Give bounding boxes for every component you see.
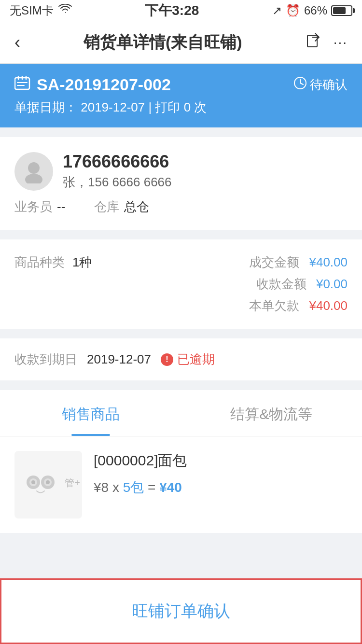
overdue-text: 已逾期 bbox=[177, 351, 215, 368]
order-header: SA-20191207-002 待确认 单据日期： 2019-12-07 | 打… bbox=[0, 64, 362, 127]
debt-item: 本单欠款 ¥40.00 bbox=[249, 297, 348, 314]
due-date-value: 2019-12-07 bbox=[87, 352, 151, 367]
more-icon[interactable]: ··· bbox=[334, 35, 348, 50]
warehouse-label: 仓库 bbox=[94, 198, 119, 215]
collection-value: ¥0.00 bbox=[316, 277, 348, 292]
customer-phone: 17666666666 bbox=[63, 152, 172, 172]
deal-amount-item: 成交金额 ¥40.00 bbox=[249, 254, 348, 271]
equals: = bbox=[148, 480, 155, 495]
page-title: 销货单详情(来自旺铺) bbox=[84, 31, 242, 54]
due-date-card: 收款到期日 2019-12-07 ! 已逾期 bbox=[0, 338, 362, 380]
confirm-button-container: 旺铺订单确认 bbox=[0, 578, 362, 644]
battery-icon bbox=[331, 5, 352, 16]
svg-point-8 bbox=[28, 162, 40, 174]
print-count: 0 bbox=[184, 100, 191, 114]
order-icon bbox=[14, 75, 32, 94]
tab-settlement[interactable]: 结算&物流等 bbox=[181, 390, 362, 436]
customer-row: 17666666666 张，156 6666 6666 bbox=[14, 152, 348, 191]
svg-point-9 bbox=[25, 174, 42, 183]
alarm-icon: ⏰ bbox=[286, 4, 300, 17]
status-clock-icon bbox=[293, 76, 307, 93]
deal-amount-value: ¥40.00 bbox=[309, 255, 348, 270]
carrier-label: 无SIM卡 bbox=[10, 3, 54, 18]
product-type-label: 商品种类 bbox=[14, 254, 65, 271]
nav-right-actions: ··· bbox=[306, 32, 348, 53]
svg-point-14 bbox=[31, 480, 35, 484]
tab-sales-product[interactable]: 销售商品 bbox=[0, 390, 181, 436]
order-date-row: 单据日期： 2019-12-07 | 打印 0 次 bbox=[14, 99, 348, 116]
due-date-label: 收款到期日 bbox=[14, 351, 77, 368]
avatar bbox=[14, 152, 53, 191]
status-text: 待确认 bbox=[310, 76, 348, 93]
wifi-icon bbox=[58, 4, 72, 17]
svg-line-7 bbox=[300, 83, 303, 84]
salesperson-item: 业务员 -- bbox=[14, 198, 65, 215]
summary-card: 商品种类 1种 成交金额 ¥40.00 收款金额 ¥0.00 本单欠款 ¥40.… bbox=[0, 239, 362, 329]
warehouse-item: 仓库 总仓 bbox=[94, 198, 149, 215]
collection-item: 收款金额 ¥0.00 bbox=[256, 276, 348, 293]
print-label: | 打印 bbox=[148, 100, 183, 114]
overdue-badge: ! 已逾期 bbox=[161, 351, 215, 368]
order-number-text: SA-20191207-002 bbox=[37, 75, 171, 94]
salesperson-label: 业务员 bbox=[14, 198, 52, 215]
customer-name: 张，156 6666 6666 bbox=[63, 174, 172, 191]
product-info: [0000002]面包 ¥8 x 5包 = ¥40 bbox=[94, 451, 348, 497]
product-name: [0000002]面包 bbox=[94, 451, 348, 471]
nav-bar: ‹ 销货单详情(来自旺铺) ··· bbox=[0, 21, 362, 64]
customer-card: 17666666666 张，156 6666 6666 业务员 -- 仓库 总仓 bbox=[0, 137, 362, 230]
date-value: 2019-12-07 bbox=[81, 100, 145, 114]
status-right: ↗ ⏰ 66% bbox=[272, 4, 352, 17]
tabs: 销售商品 结算&物流等 bbox=[0, 390, 362, 436]
svg-point-15 bbox=[46, 480, 50, 484]
tabs-container: 销售商品 结算&物流等 bbox=[0, 390, 362, 436]
collection-label: 收款金额 bbox=[256, 276, 306, 293]
debt-label: 本单欠款 bbox=[249, 297, 299, 314]
summary-row: 商品种类 1种 成交金额 ¥40.00 收款金额 ¥0.00 本单欠款 ¥40.… bbox=[14, 254, 348, 314]
salesperson-value: -- bbox=[57, 199, 65, 214]
battery-percent: 66% bbox=[304, 4, 327, 17]
price-label: ¥8 x bbox=[94, 480, 119, 495]
product-price: ¥8 x 5包 = ¥40 bbox=[94, 478, 348, 497]
customer-info-row: 业务员 -- 仓库 总仓 bbox=[14, 198, 348, 215]
date-label: 单据日期： bbox=[14, 100, 77, 114]
warehouse-value: 总仓 bbox=[124, 198, 149, 215]
product-type-section: 商品种类 1种 bbox=[14, 254, 92, 271]
confirm-order-button[interactable]: 旺铺订单确认 bbox=[16, 589, 346, 633]
amount-section: 成交金额 ¥40.00 收款金额 ¥0.00 本单欠款 ¥40.00 bbox=[249, 254, 348, 314]
back-button[interactable]: ‹ bbox=[14, 32, 20, 53]
status-time: 下午3:28 bbox=[145, 1, 199, 20]
status-bar: 无SIM卡 下午3:28 ↗ ⏰ 66% bbox=[0, 0, 362, 21]
product-image: 管+ bbox=[14, 451, 82, 518]
quantity: 5包 bbox=[123, 480, 144, 495]
status-left: 无SIM卡 bbox=[10, 3, 72, 18]
location-icon: ↗ bbox=[272, 4, 282, 17]
product-card: 管+ [0000002]面包 ¥8 x 5包 = ¥40 bbox=[0, 436, 362, 533]
share-icon[interactable] bbox=[306, 32, 322, 53]
order-status: 待确认 bbox=[293, 76, 348, 93]
total-price: ¥40 bbox=[159, 480, 182, 495]
order-number-row: SA-20191207-002 bbox=[14, 75, 171, 94]
product-type-value: 1种 bbox=[72, 254, 92, 271]
deal-amount-label: 成交金额 bbox=[249, 254, 299, 271]
debt-value: ¥40.00 bbox=[309, 298, 348, 313]
print-unit: 次 bbox=[194, 100, 207, 114]
warning-icon: ! bbox=[161, 353, 173, 366]
